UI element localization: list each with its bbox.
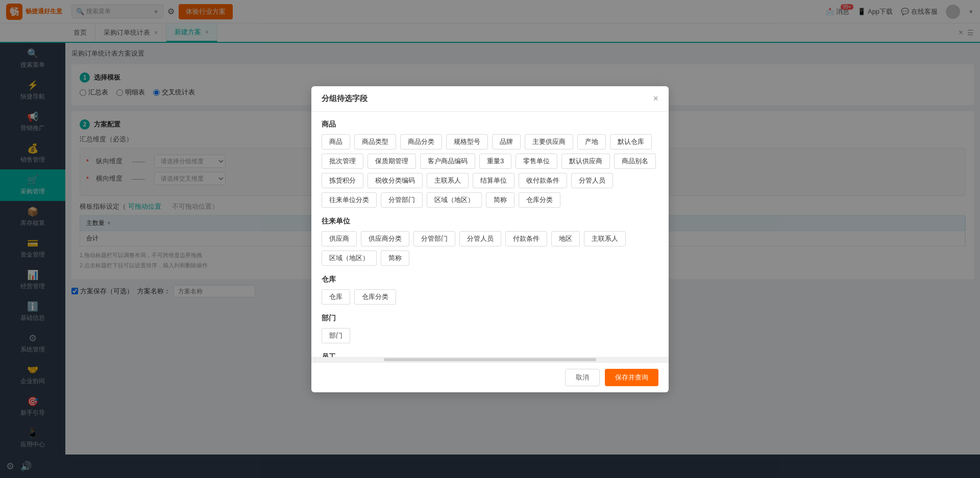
tag-settle-unit[interactable]: 结算单位 [473, 173, 514, 188]
field-group-department: 部门 部门 [322, 314, 658, 343]
field-tags-partner: 供应商 供应商分类 分管部门 分管人员 付款条件 地区 主联系人 区域（地区） … [322, 231, 658, 266]
field-group-product: 商品 商品 商品类型 商品分类 规格型号 品牌 主要供应商 产地 默认仓库 批次… [322, 120, 658, 208]
field-group-department-title: 部门 [322, 314, 658, 323]
tag-payment-terms[interactable]: 收付款条件 [519, 173, 567, 188]
modal-footer: 取消 保存并查询 [311, 362, 669, 392]
field-group-staff-title: 员工 [322, 353, 658, 357]
tag-warehouse-category[interactable]: 仓库分类 [519, 192, 560, 208]
field-group-partner-title: 往来单位 [322, 217, 658, 226]
tag-retail-unit[interactable]: 零售单位 [516, 154, 557, 169]
tag-alias[interactable]: 商品别名 [614, 154, 656, 169]
tag-payment-cond[interactable]: 付款条件 [505, 231, 547, 246]
tag-partner-category[interactable]: 往来单位分类 [322, 192, 377, 208]
modal-cancel-btn[interactable]: 取消 [565, 369, 600, 386]
tag-department[interactable]: 部门 [322, 328, 350, 343]
tag-main-contact2[interactable]: 主联系人 [584, 231, 626, 246]
hscroll-thumb [384, 358, 596, 361]
tag-tax-code[interactable]: 税收分类编码 [368, 173, 423, 188]
tag-region-partner[interactable]: 区域（地区） [322, 250, 377, 266]
tag-batch-mgmt[interactable]: 批次管理 [322, 154, 363, 169]
field-group-partner: 往来单位 供应商 供应商分类 分管部门 分管人员 付款条件 地区 主联系人 区域… [322, 217, 658, 266]
tag-brand[interactable]: 品牌 [492, 134, 521, 149]
modal-hscroll[interactable] [311, 357, 669, 362]
tag-short-name-product[interactable]: 简称 [486, 192, 514, 208]
tag-weight3[interactable]: 重量3 [479, 154, 511, 169]
field-group-product-title: 商品 [322, 120, 658, 129]
tag-manage-dept[interactable]: 分管部门 [413, 231, 455, 246]
tag-supplier[interactable]: 供应商 [322, 231, 357, 246]
tag-warehouse-cat[interactable]: 仓库分类 [354, 289, 396, 305]
tag-origin[interactable]: 产地 [577, 134, 606, 149]
tag-main-supplier[interactable]: 主要供应商 [525, 134, 573, 149]
field-group-staff: 员工 业务员 [322, 353, 658, 357]
tag-region-product[interactable]: 区域（地区） [427, 192, 482, 208]
field-tags-warehouse: 仓库 仓库分类 [322, 289, 658, 305]
modal-overlay: 分组待选字段 × 商品 商品 商品类型 商品分类 规格型号 品牌 主要供应商 产… [0, 0, 980, 478]
field-tags-product: 商品 商品类型 商品分类 规格型号 品牌 主要供应商 产地 默认仓库 批次管理 … [322, 134, 658, 208]
tag-default-supplier[interactable]: 默认供应商 [561, 154, 610, 169]
field-group-warehouse-title: 仓库 [322, 275, 658, 284]
field-tags-department: 部门 [322, 328, 658, 343]
modal-confirm-btn[interactable]: 保存并查询 [605, 369, 658, 386]
field-select-modal: 分组待选字段 × 商品 商品 商品类型 商品分类 规格型号 品牌 主要供应商 产… [311, 86, 669, 392]
tag-area[interactable]: 地区 [551, 231, 580, 246]
modal-close-btn[interactable]: × [653, 93, 658, 104]
tag-product-type[interactable]: 商品类型 [354, 134, 396, 149]
tag-default-warehouse[interactable]: 默认仓库 [610, 134, 652, 149]
tag-warehouse[interactable]: 仓库 [322, 289, 350, 305]
tag-supplier-category[interactable]: 供应商分类 [361, 231, 409, 246]
modal-title: 分组待选字段 [322, 94, 368, 104]
tag-shelf-life[interactable]: 保质期管理 [368, 154, 416, 169]
tag-product[interactable]: 商品 [322, 134, 350, 149]
tag-manage-person[interactable]: 分管人员 [459, 231, 501, 246]
tag-product-category[interactable]: 商品分类 [400, 134, 442, 149]
modal-body: 商品 商品 商品类型 商品分类 规格型号 品牌 主要供应商 产地 默认仓库 批次… [311, 112, 669, 357]
field-group-warehouse: 仓库 仓库 仓库分类 [322, 275, 658, 305]
tag-customer-code[interactable]: 客户商品编码 [420, 154, 475, 169]
tag-manager[interactable]: 分管人员 [571, 173, 613, 188]
modal-header: 分组待选字段 × [311, 86, 669, 112]
tag-short-name-partner[interactable]: 简称 [381, 250, 409, 266]
tag-dept[interactable]: 分管部门 [381, 192, 423, 208]
tag-main-contact[interactable]: 主联系人 [427, 173, 469, 188]
tag-spec-model[interactable]: 规格型号 [446, 134, 488, 149]
tag-pick-points[interactable]: 拣货积分 [322, 173, 363, 188]
